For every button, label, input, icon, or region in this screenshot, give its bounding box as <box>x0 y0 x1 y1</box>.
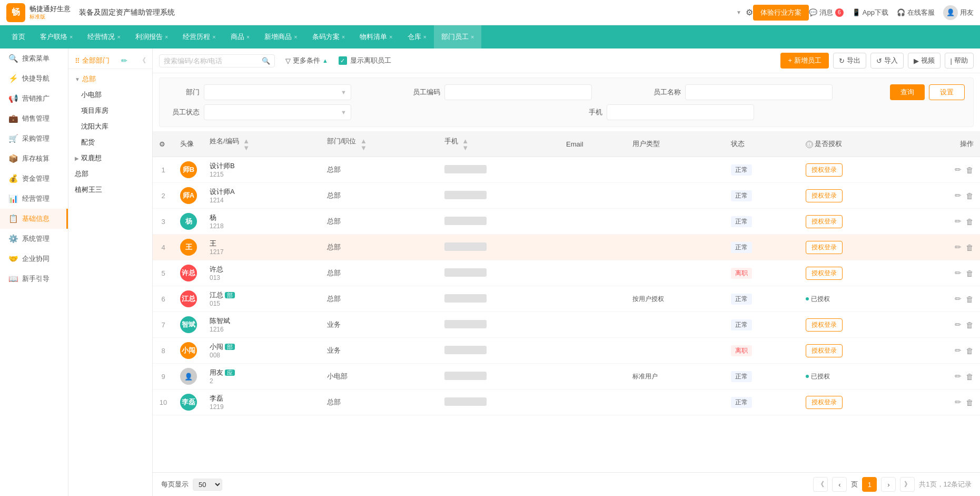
gear-icon[interactable]: ⚙ <box>746 7 753 17</box>
info-icon[interactable]: ⓘ <box>806 141 813 148</box>
col-phone[interactable]: 手机 ▲▼ <box>438 131 560 157</box>
message-button[interactable]: 💬 消息 6 <box>809 8 844 17</box>
col-dept-pos[interactable]: 部门/职位 ▲▼ <box>321 131 438 157</box>
dept-edit-icon[interactable]: ✏ <box>121 56 127 65</box>
auth-login-button[interactable]: 授权登录 <box>806 163 843 177</box>
import-button[interactable]: ↺ 导入 <box>870 53 904 69</box>
tab-profit[interactable]: 利润报告 × <box>128 25 175 48</box>
dept-node-project[interactable]: 项目库房 <box>68 103 152 119</box>
sidebar-item-finance[interactable]: 💰 资金管理 <box>0 169 68 189</box>
tab-warehouse[interactable]: 仓库 × <box>400 25 434 48</box>
edit-button[interactable]: ✏ <box>955 165 962 174</box>
dept-node-shenyang[interactable]: 沈阳大库 <box>68 119 152 134</box>
tab-close-profit[interactable]: × <box>165 34 168 40</box>
dept-node-zongbu-1[interactable]: ▼总部 <box>68 71 152 87</box>
sidebar-item-operations[interactable]: 📊 经营管理 <box>0 189 68 209</box>
online-service-button[interactable]: 🎧 在线客服 <box>897 8 935 17</box>
edit-button[interactable]: ✏ <box>955 242 962 252</box>
dept-node-shuanglu[interactable]: ▶双鹿想 <box>68 150 152 166</box>
show-resigned-toggle[interactable]: ✓ 显示离职员工 <box>339 56 391 65</box>
more-filter-button[interactable]: ▽ 更多条件 ▲ <box>281 54 332 67</box>
page-1-button[interactable]: 1 <box>862 477 877 492</box>
dept-node-distribution[interactable]: 配货 <box>68 134 152 150</box>
tab-close-customer[interactable]: × <box>70 34 73 40</box>
tab-close-warehouse[interactable]: × <box>423 34 427 40</box>
tab-add-goods[interactable]: 新增商品 × <box>257 25 304 48</box>
search-input[interactable] <box>164 57 259 65</box>
system-title-dropdown[interactable]: ▼ <box>736 9 741 15</box>
dept-select[interactable]: ▼ <box>204 84 351 100</box>
prev-button[interactable]: ‹ <box>832 477 847 492</box>
auth-login-button[interactable]: 授权登录 <box>806 344 843 357</box>
delete-button[interactable]: 🗑 <box>966 243 974 252</box>
auth-login-button[interactable]: 授权登录 <box>806 267 843 280</box>
sidebar-item-shortcut[interactable]: ⚡ 快捷导航 <box>0 69 68 89</box>
dept-node-xiaodianbv[interactable]: 小电部 <box>68 87 152 103</box>
tab-home[interactable]: 首页 <box>4 25 33 48</box>
search-button[interactable]: 查询 <box>890 84 925 100</box>
add-employee-button[interactable]: + 新增员工 <box>780 53 828 69</box>
tab-close-employees[interactable]: × <box>471 34 474 40</box>
tab-goods[interactable]: 商品 × <box>223 25 257 48</box>
show-resigned-checkbox[interactable]: ✓ <box>339 56 347 65</box>
tab-close-history[interactable]: × <box>212 34 215 40</box>
sidebar-item-guide[interactable]: 📖 新手引导 <box>0 269 68 289</box>
delete-button[interactable]: 🗑 <box>966 372 974 381</box>
user-avatar[interactable]: 👤 用友 <box>943 5 974 20</box>
dept-collapse-icon[interactable]: 《 <box>139 56 146 65</box>
delete-button[interactable]: 🗑 <box>966 166 974 174</box>
employee-name-input[interactable] <box>685 84 833 100</box>
delete-button[interactable]: 🗑 <box>966 217 974 226</box>
delete-button[interactable]: 🗑 <box>966 398 974 407</box>
sidebar-item-collab[interactable]: 🤝 企业协同 <box>0 249 68 269</box>
tab-bom[interactable]: 物料清单 × <box>352 25 400 48</box>
auth-login-button[interactable]: 授权登录 <box>806 241 843 254</box>
edit-button[interactable]: ✏ <box>955 191 962 200</box>
edit-button[interactable]: ✏ <box>955 294 962 304</box>
col-name-code[interactable]: 姓名/编码 ▲▼ <box>203 131 321 157</box>
edit-button[interactable]: ✏ <box>955 372 962 381</box>
delete-button[interactable]: 🗑 <box>966 191 974 200</box>
sidebar-item-inventory[interactable]: 📦 库存核算 <box>0 149 68 169</box>
delete-button[interactable]: 🗑 <box>966 320 974 329</box>
tab-barcode[interactable]: 条码方案 × <box>305 25 352 48</box>
dept-node-plant[interactable]: 植树王三 <box>68 182 152 198</box>
tab-history[interactable]: 经营历程 × <box>175 25 223 48</box>
edit-button[interactable]: ✏ <box>955 217 962 226</box>
app-download-button[interactable]: 📱 App下载 <box>852 8 888 17</box>
delete-button[interactable]: 🗑 <box>966 295 974 304</box>
tab-close-operation[interactable]: × <box>117 34 120 40</box>
status-select[interactable]: ▼ <box>204 104 351 120</box>
edit-button[interactable]: ✏ <box>955 397 962 407</box>
phone-input[interactable] <box>607 104 754 120</box>
delete-button[interactable]: 🗑 <box>966 346 974 355</box>
prev-prev-button[interactable]: 《 <box>813 477 828 492</box>
sidebar-item-basic[interactable]: 📋 基础信息 <box>0 209 68 229</box>
sidebar-item-system[interactable]: ⚙️ 系统管理 <box>0 229 68 249</box>
next-button[interactable]: › <box>881 477 896 492</box>
employee-code-input[interactable] <box>444 84 592 100</box>
trial-button[interactable]: 体验行业方案 <box>753 5 809 21</box>
view-button[interactable]: ▶ 视频 <box>908 53 941 69</box>
edit-button[interactable]: ✏ <box>955 268 962 278</box>
auth-login-button[interactable]: 授权登录 <box>806 215 843 228</box>
per-page-select[interactable]: 50 20 100 <box>193 479 222 491</box>
sidebar-item-search[interactable]: 🔍 搜索菜单 <box>0 48 68 69</box>
edit-button[interactable]: ✏ <box>955 320 962 329</box>
tab-customer[interactable]: 客户联络 × <box>33 25 80 48</box>
col-setting[interactable]: ⚙ <box>153 131 174 157</box>
auth-login-button[interactable]: 授权登录 <box>806 396 843 409</box>
tab-operation[interactable]: 经营情况 × <box>80 25 127 48</box>
sidebar-item-marketing[interactable]: 📢 营销推广 <box>0 89 68 109</box>
export-button[interactable]: ↻ 导出 <box>833 53 866 69</box>
delete-button[interactable]: 🗑 <box>966 269 974 278</box>
tab-close-barcode[interactable]: × <box>342 34 345 40</box>
tab-close-bom[interactable]: × <box>389 34 392 40</box>
sidebar-item-purchase[interactable]: 🛒 采购管理 <box>0 129 68 149</box>
auth-login-button[interactable]: 授权登录 <box>806 318 843 332</box>
set-button[interactable]: 设置 <box>929 84 965 100</box>
sidebar-item-sales[interactable]: 💼 销售管理 <box>0 109 68 129</box>
edit-button[interactable]: ✏ <box>955 346 962 355</box>
tab-close-goods[interactable]: × <box>246 34 250 40</box>
auth-login-button[interactable]: 授权登录 <box>806 189 843 202</box>
